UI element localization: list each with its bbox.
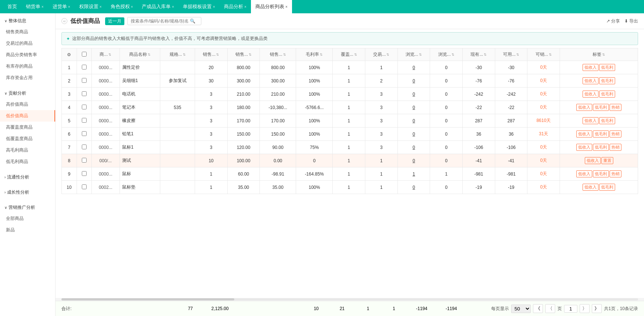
row-browse1[interactable]: 0 [398,181,430,194]
row-browse1[interactable]: 0 [398,88,430,101]
sidebar-group-circulation[interactable]: › 流通性分析 [0,172,55,183]
row-checkbox[interactable] [82,131,87,136]
search-input[interactable] [131,18,190,24]
row-select[interactable] [77,88,91,101]
th-saleable[interactable]: 可销...⇅ [527,48,560,61]
scroll-track[interactable] [61,298,638,300]
nav-product-analysis[interactable]: 商品分析 × [219,0,251,13]
sidebar-item-low-margin[interactable]: 低毛利商品 [0,156,55,167]
sidebar-item-traded-goods[interactable]: 交易过的商品 [0,38,55,49]
nav-close-analysis-list[interactable]: × [285,5,288,9]
th-spec[interactable]: 规格...⇅ [160,48,195,61]
row-checkbox[interactable] [82,145,87,149]
row-checkbox[interactable] [82,171,87,176]
row-select[interactable] [77,61,91,74]
page-number-input[interactable] [564,305,577,313]
select-all-checkbox[interactable] [82,52,87,57]
nav-close-analysis[interactable]: × [244,5,246,9]
sidebar-item-stock-goods[interactable]: 有库存的商品 [0,61,55,72]
nav-template-settings[interactable]: 单据模板设置 × [178,0,219,13]
row-browse1[interactable]: 0 [398,128,430,141]
row-browse1[interactable]: 0 [398,141,430,154]
th-name[interactable]: 商品名称⇅ [120,48,160,61]
th-sales3[interactable]: 销售...⇅ [260,48,296,61]
sidebar-item-high-value[interactable]: 高价值商品 [0,99,55,110]
row-select[interactable] [77,128,91,141]
horizontal-scrollbar[interactable] [56,298,644,301]
sidebar-group-overall[interactable]: ∨ 整体信息 [0,16,55,26]
th-sales1[interactable]: 销售...⇅ [195,48,227,61]
nav-product-inbound[interactable]: 产成品入库单 × [137,0,178,13]
sidebar-item-high-coverage[interactable]: 高覆盖度商品 [0,122,55,133]
nav-close-template[interactable]: × [213,5,215,9]
sidebar-item-low-value[interactable]: 低价值商品 [0,110,55,122]
sidebar-item-category-rate[interactable]: 商品分类销售率 [0,49,55,61]
collapse-sidebar-button[interactable]: ‹‹ [61,18,67,24]
nav-close-purchase[interactable]: × [68,5,70,9]
row-checkbox[interactable] [82,118,87,123]
row-select[interactable] [77,181,91,194]
th-trade[interactable]: 交易...⇅ [365,48,398,61]
search-icon[interactable]: 🔍 [190,18,195,24]
nav-close-sales[interactable]: × [41,5,44,9]
row-browse1[interactable]: 0 [398,74,430,88]
sidebar-item-all-goods[interactable]: 全部商品 [0,213,55,224]
row-select[interactable] [77,74,91,88]
scroll-thumb[interactable] [61,298,234,300]
th-code[interactable]: 商...⇅ [91,48,120,61]
nav-home[interactable]: 首页 [3,0,21,13]
sidebar-group-contribution[interactable]: ∨ 贡献分析 [0,88,55,99]
sidebar-item-new-goods[interactable]: 新品 [0,224,55,236]
row-browse1[interactable]: 0 [398,114,430,128]
row-select[interactable] [77,141,91,154]
th-cover[interactable]: 覆盖...⇅ [333,48,365,61]
th-browse2[interactable]: 浏览...⇅ [430,48,463,61]
last-page-button[interactable]: 》 [592,304,602,313]
nav-close-role[interactable]: × [131,5,133,9]
th-gross[interactable]: 毛利率⇅ [296,48,333,61]
nav-role-auth[interactable]: 角色授权 × [106,0,138,13]
th-stock[interactable]: 现有...⇅ [463,48,495,61]
export-button[interactable]: ⬇ 导出 [624,18,638,24]
nav-permissions[interactable]: 权限设置 × [75,0,106,13]
row-select[interactable] [77,154,91,167]
row-checkbox[interactable] [82,65,87,69]
prev-page-button[interactable]: 〈 [545,304,555,313]
nav-sales-order[interactable]: 销货单 × [21,0,48,13]
first-page-button[interactable]: 《 [533,304,543,313]
time-filter-badge[interactable]: 近一月 [105,17,124,25]
row-checkbox[interactable] [82,184,87,189]
row-checkbox[interactable] [82,91,87,96]
sidebar-group-growth[interactable]: › 成长性分析 [0,187,55,198]
row-select[interactable] [77,167,91,181]
row-browse1[interactable]: 0 [398,61,430,74]
row-browse1[interactable]: 0 [398,154,430,167]
next-page-button[interactable]: 〉 [580,304,590,313]
nav-close-permissions[interactable]: × [100,5,102,9]
row-checkbox[interactable] [82,78,87,83]
sidebar-group-marketing[interactable]: ∨ 营销推广分析 [0,202,55,213]
page-title: 低价值商品 [70,17,100,25]
row-checkbox[interactable] [82,158,87,163]
settings-icon[interactable]: ⚙ [67,52,71,57]
nav-product-analysis-list[interactable]: 商品分析列表 × [251,0,292,13]
sidebar-item-sales-goods[interactable]: 销售类商品 [0,26,55,38]
th-sales2[interactable]: 销售...⇅ [227,48,260,61]
sidebar-item-low-coverage[interactable]: 低覆盖度商品 [0,133,55,145]
share-button[interactable]: ↗ 分享 [606,18,620,24]
page-size-select[interactable]: 50 100 [511,305,531,313]
th-avail[interactable]: 可用...⇅ [495,48,527,61]
th-settings[interactable]: ⚙ [62,48,77,61]
row-checkbox[interactable] [82,105,87,109]
nav-close-inbound[interactable]: × [172,5,174,9]
row-select[interactable] [77,101,91,114]
th-browse1[interactable]: 浏览...⇅ [398,48,430,61]
row-browse1[interactable]: 0 [398,101,430,114]
sidebar-item-high-margin[interactable]: 高毛利商品 [0,145,55,156]
th-checkbox[interactable] [77,48,91,61]
th-tags[interactable]: 标签⇅ [560,48,638,61]
nav-purchase-order[interactable]: 进货单 × [48,0,75,13]
row-select[interactable] [77,114,91,128]
row-browse1[interactable]: 1 [398,167,430,181]
sidebar-item-stock-capital[interactable]: 库存资金占用 [0,72,55,84]
